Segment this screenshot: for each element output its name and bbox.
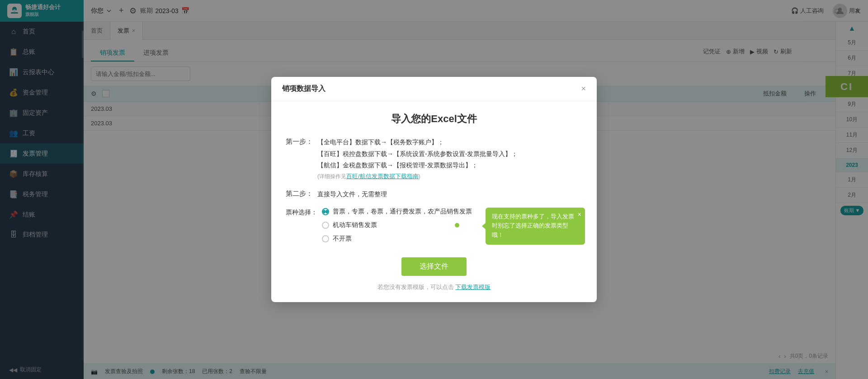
radio-general[interactable]: 普票，专票，卷票，通行费发票，农产品销售发票	[322, 208, 472, 216]
radio-group: 普票，专票，卷票，通行费发票，农产品销售发票 机动车销售发票 × 现在支持的票种…	[322, 208, 472, 248]
step2-content: 直接导入文件，无需整理	[317, 189, 582, 200]
dialog-close-button[interactable]: ×	[581, 84, 586, 94]
dialog-title: 销项数据导入	[282, 84, 326, 94]
step1-line2: 【百旺】税控盘数据下载→【系统设置-系统参数设置-发票批量导入】；	[317, 148, 582, 160]
radio-label-general: 普票，专票，卷票，通行费发票，农产品销售发票	[333, 208, 472, 216]
footer-text: 若您没有发票模版，可以点击	[377, 284, 454, 290]
tooltip-bubble: × 现在支持的票种多了，导入发票时别忘了选择正确的发票类型哦！	[486, 208, 585, 245]
radio-label-motor: 机动车销售发票	[333, 221, 377, 229]
select-file-area: 选择文件	[286, 257, 582, 276]
radio-circle-motor	[322, 222, 329, 229]
download-template-link[interactable]: 下载发票模版	[455, 284, 491, 290]
modal-overlay: 销项数据导入 × 导入您的Excel文件 第一步： 【全电平台】数据下载→【税务…	[0, 0, 868, 379]
select-file-button[interactable]: 选择文件	[401, 257, 467, 276]
step1-link-row: (详细操作见百旺/航信发票数据下载指南)	[317, 171, 582, 182]
step1-line1: 【全电平台】数据下载→【税务数字账户】；	[317, 137, 582, 148]
tooltip-text: 现在支持的票种多了，导入发票时别忘了选择正确的发票类型哦！	[492, 213, 574, 239]
radio-label-no-ticket: 不开票	[333, 235, 352, 243]
tooltip-dot	[455, 223, 459, 227]
step2-row: 第二步： 直接导入文件，无需整理	[286, 189, 582, 200]
tooltip-close-btn[interactable]: ×	[578, 209, 581, 219]
dialog-header: 销项数据导入 ×	[271, 77, 597, 101]
dialog-body: 导入您的Excel文件 第一步： 【全电平台】数据下载→【税务数字账户】； 【百…	[271, 101, 597, 302]
step1-row: 第一步： 【全电平台】数据下载→【税务数字账户】； 【百旺】税控盘数据下载→【系…	[286, 137, 582, 181]
radio-motor[interactable]: 机动车销售发票 × 现在支持的票种多了，导入发票时别忘了选择正确的发票类型哦！	[322, 221, 472, 229]
step1-link-prefix: (详细操作见	[317, 173, 346, 180]
ticket-label: 票种选择：	[286, 208, 322, 217]
step1-link-suffix: )	[419, 173, 420, 180]
step2-label: 第二步：	[286, 189, 317, 200]
radio-circle-general	[322, 208, 329, 215]
step1-guide-link[interactable]: 百旺/航信发票数据下载指南	[346, 173, 419, 180]
ticket-selection-row: 票种选择： 普票，专票，卷票，通行费发票，农产品销售发票 机动车销售发票	[286, 208, 582, 248]
dialog-footer: 若您没有发票模版，可以点击 下载发票模版	[286, 283, 582, 291]
step1-line3: 【航信】金税盘数据下载→【报税管理-发票数据导出】；	[317, 160, 582, 171]
tooltip-arrow	[482, 223, 486, 229]
radio-no-ticket[interactable]: 不开票	[322, 235, 472, 243]
radio-circle-no-ticket	[322, 235, 329, 242]
import-dialog: 销项数据导入 × 导入您的Excel文件 第一步： 【全电平台】数据下载→【税务…	[271, 77, 597, 302]
step1-label: 第一步：	[286, 137, 317, 181]
step1-content: 【全电平台】数据下载→【税务数字账户】； 【百旺】税控盘数据下载→【系统设置-系…	[317, 137, 582, 181]
dialog-main-title: 导入您的Excel文件	[286, 112, 582, 126]
